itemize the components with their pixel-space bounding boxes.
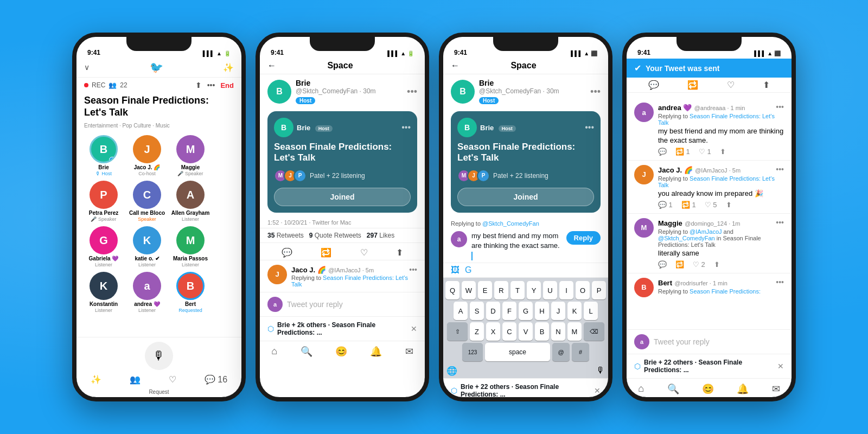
key-Q[interactable]: Q [445, 281, 459, 299]
more-options-icon[interactable]: ••• [207, 81, 215, 90]
people-nav-icon[interactable]: 👥 [130, 374, 141, 385]
speaker-petra[interactable]: P Petra Perez 🎤 Speaker [84, 181, 123, 222]
key-N[interactable]: N [551, 322, 565, 341]
key-C[interactable]: C [502, 322, 516, 341]
speaker-katie[interactable]: K katie o. ✔ Listener [127, 226, 167, 267]
search-icon-2[interactable]: 🔍 [301, 346, 312, 358]
back-button-2[interactable]: ← [267, 61, 276, 71]
space-notif-4[interactable]: ⬡ Brie + 22 others · Season Finale Predi… [627, 354, 792, 378]
home-icon-4[interactable]: ⌂ [638, 383, 644, 395]
key-Y[interactable]: Y [527, 281, 541, 299]
retweet-icon-2[interactable]: 🔁 [321, 247, 331, 258]
space-card-2[interactable]: B Brie Host ••• Season Finale Prediction… [267, 111, 417, 213]
key-L[interactable]: L [584, 302, 598, 320]
ri-rt-andrea[interactable]: 🔁 1 [675, 148, 690, 156]
notif-close-icon-4[interactable]: ✕ [777, 362, 784, 371]
mic-icon-3[interactable]: 🎙 [596, 366, 605, 376]
share-icon[interactable]: ⬆ [195, 81, 202, 90]
hash-key[interactable]: # [572, 343, 589, 361]
ri-like-jaco[interactable]: ♡ 5 [705, 201, 717, 209]
key-A[interactable]: A [454, 302, 468, 320]
like-icon-2[interactable]: ♡ [360, 247, 368, 258]
chat-nav-icon[interactable]: 💬 16 [205, 374, 227, 385]
key-G[interactable]: G [519, 302, 533, 320]
key-K[interactable]: K [567, 302, 582, 320]
ri-share-jaco[interactable]: ⬆ [726, 201, 732, 209]
backspace-key[interactable]: ⌫ [584, 322, 604, 341]
sc-more-icon-3[interactable]: ••• [585, 123, 594, 132]
space-notif-2[interactable]: ⬡ Brie + 2k others · Season Finale Predi… [260, 316, 425, 341]
key-E[interactable]: E [478, 281, 492, 299]
sc-more-icon-2[interactable]: ••• [401, 123, 411, 132]
chevron-down-icon[interactable]: ∨ [84, 63, 90, 72]
ri-more-maggie[interactable]: ••• [776, 218, 784, 228]
speaker-allen[interactable]: A Allen Grayham Listener [171, 181, 210, 222]
keyboard-3[interactable]: Q W E R T Y U I O P A S D F G H [443, 278, 608, 378]
key-P[interactable]: P [592, 281, 606, 299]
key-F[interactable]: F [502, 302, 516, 320]
search-icon-4[interactable]: 🔍 [667, 383, 679, 395]
share-icon-2[interactable]: ⬆ [396, 247, 403, 258]
key-U[interactable]: U [543, 281, 557, 299]
more-icon-3[interactable]: ••• [590, 86, 601, 98]
speaker-andrea[interactable]: a andrea 💜 Listener [127, 272, 167, 313]
joined-button-2[interactable]: Joined [274, 188, 411, 206]
retweet-icon-4[interactable]: 🔁 [687, 80, 698, 90]
speaker-bert[interactable]: B Bert Requested [171, 272, 210, 313]
notif-close-icon-3[interactable]: ✕ [594, 386, 601, 395]
joined-button-3[interactable]: Joined [457, 188, 594, 206]
key-Z[interactable]: Z [470, 322, 484, 341]
home-icon-2[interactable]: ⌂ [271, 346, 277, 358]
ri-like-andrea[interactable]: ♡ 1 [699, 148, 711, 156]
reply-button-3[interactable]: Reply [566, 231, 601, 245]
bell-icon-4[interactable]: 🔔 [737, 383, 749, 395]
reply-more-icon-2[interactable]: ••• [409, 265, 417, 274]
heart-nav-icon[interactable]: ♡ [169, 374, 176, 385]
num-key[interactable]: 123 [462, 343, 483, 361]
back-button-3[interactable]: ← [451, 61, 459, 71]
comment-icon-2[interactable]: 💬 [282, 247, 292, 258]
mic-button[interactable]: 🎙 [145, 342, 173, 370]
key-B[interactable]: B [535, 322, 549, 341]
globe-icon[interactable]: 🌐 [446, 366, 457, 376]
more-icon-2[interactable]: ••• [407, 86, 417, 98]
gif-icon-3[interactable]: G [465, 265, 471, 275]
key-O[interactable]: O [576, 281, 590, 299]
bell-icon-2[interactable]: 🔔 [370, 346, 382, 358]
like-icon-4[interactable]: ♡ [727, 80, 735, 90]
sparkles-nav-icon[interactable]: ✨ [91, 374, 101, 385]
key-W[interactable]: W [462, 281, 476, 299]
ri-rt-jaco[interactable]: 🔁 1 [681, 201, 696, 209]
space-card-3[interactable]: B Brie Host ••• Season Finale Prediction… [451, 111, 601, 213]
ri-comment-jaco[interactable]: 💬 1 [658, 201, 673, 209]
shift-key[interactable]: ⇧ [447, 322, 468, 341]
key-X[interactable]: X [486, 322, 500, 341]
key-M[interactable]: M [567, 322, 582, 341]
space-notif-3[interactable]: ⬡ Brie + 22 others · Season Finale Predi… [443, 378, 608, 397]
end-button[interactable]: End [220, 81, 234, 90]
ri-share-maggie[interactable]: ⬆ [714, 260, 720, 269]
key-I[interactable]: I [559, 281, 573, 299]
speaker-maggie[interactable]: M Maggie 🎤 Speaker [171, 135, 210, 176]
reply-input-4[interactable]: Tweet your reply [654, 337, 784, 346]
speaker-konstantin[interactable]: K Konstantin Listener [84, 272, 123, 313]
spaces-icon-4[interactable]: 😊 [702, 383, 714, 395]
share-icon-4[interactable]: ⬆ [763, 80, 770, 90]
ri-rt-maggie[interactable]: 🔁 [675, 260, 684, 269]
space-key[interactable]: space [485, 343, 550, 361]
mail-icon-4[interactable]: ✉ [772, 383, 780, 395]
ri-like-maggie[interactable]: ♡ 2 [693, 260, 705, 269]
ri-more-andrea[interactable]: ••• [776, 103, 784, 112]
speaker-brie[interactable]: B 🎙 Brie 🎙 Host [84, 135, 123, 176]
key-V[interactable]: V [519, 322, 533, 341]
key-S[interactable]: S [470, 302, 484, 320]
sparkle-icon[interactable]: ✨ [223, 62, 234, 73]
spaces-icon-2[interactable]: 😊 [335, 346, 347, 358]
key-R[interactable]: R [494, 281, 508, 299]
image-icon-3[interactable]: 🖼 [451, 265, 459, 275]
notif-close-icon-2[interactable]: ✕ [411, 324, 417, 333]
reply-input-2[interactable]: Tweet your reply [287, 300, 417, 309]
ri-comment-maggie[interactable]: 💬 [658, 260, 667, 269]
ri-share-andrea[interactable]: ⬆ [720, 148, 726, 156]
speaker-jaco[interactable]: J Jaco J. 🌈 Co-host [127, 135, 167, 176]
